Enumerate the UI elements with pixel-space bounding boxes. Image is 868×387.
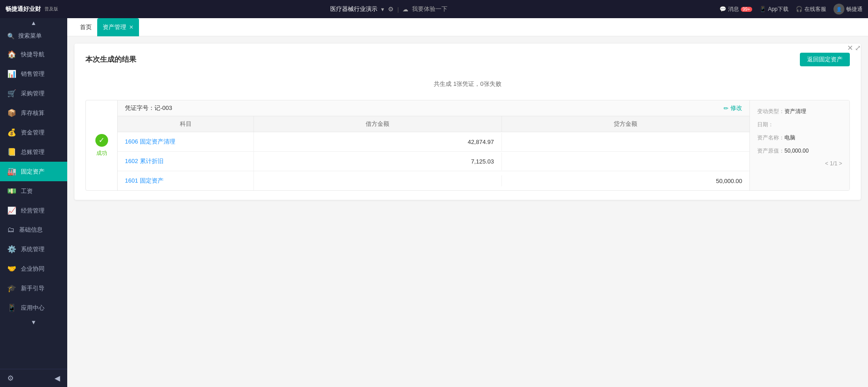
table-row: 1601 固定资产 50,000.00 <box>118 171 749 190</box>
collapse-sidebar-icon[interactable]: ◀ <box>55 374 60 382</box>
cloud-icon: ☁ <box>402 6 408 13</box>
result-panel: 本次生成的结果 返回固定资产 共生成 1张凭证，0张失败 ✓ 成功 凭证 <box>74 44 861 200</box>
home-icon: 🏠 <box>7 50 16 59</box>
tab-bar: 首页 资产管理 ✕ <box>67 18 868 36</box>
asset-name-value: 电脑 <box>784 134 795 142</box>
trial-separator: | <box>397 6 399 13</box>
sidebar-item-finance[interactable]: 💰 资金管理 <box>0 123 67 142</box>
voucher-status-column: ✓ 成功 <box>86 100 118 190</box>
sidebar-item-fixed-assets[interactable]: 🏭 固定资产 <box>0 162 67 181</box>
edition-badge: 普及版 <box>45 6 58 12</box>
debit-cell-2: 7,125.03 <box>254 153 502 170</box>
side-original-value: 资产原值： 50,000.00 <box>757 147 842 155</box>
asset-name-label: 资产名称： <box>757 134 784 142</box>
side-change-type: 变动类型： 资产清理 <box>757 108 842 115</box>
edit-voucher-button[interactable]: ✏ 修改 <box>724 104 742 112</box>
tab-home[interactable]: 首页 <box>74 18 97 36</box>
sidebar-item-system[interactable]: ⚙️ 系统管理 <box>0 239 67 259</box>
next-page-icon[interactable]: > <box>839 160 842 167</box>
sidebar-label-enterprise: 企业协同 <box>21 265 45 273</box>
sidebar: ▲ 🔍 搜索菜单 🏠 快捷导航 📊 销售管理 🛒 采购管理 📦 库存核算 💰 资… <box>0 18 67 387</box>
result-header: 本次生成的结果 返回固定资产 <box>85 53 850 66</box>
column-header-debit: 借方金额 <box>254 116 502 132</box>
app-download-label: App下载 <box>768 5 789 13</box>
side-date: 日期： <box>757 121 842 129</box>
online-service-label: 在线客服 <box>804 5 826 13</box>
original-value-label: 资产原值： <box>757 147 784 155</box>
sidebar-item-enterprise[interactable]: 🤝 企业协同 <box>0 259 67 278</box>
messages-label: 消息 <box>728 5 739 13</box>
voucher-main: 凭证字号：记-003 ✏ 修改 科目 借方金额 贷方金额 <box>118 100 749 190</box>
prev-page-icon[interactable]: < <box>825 160 828 167</box>
voucher-container: ✓ 成功 凭证字号：记-003 ✏ 修改 科目 <box>85 100 850 191</box>
close-panel-button[interactable]: ✕ <box>847 44 853 52</box>
tab-asset-mgmt[interactable]: 资产管理 ✕ <box>97 18 139 36</box>
messages-button[interactable]: 💬 消息 99+ <box>719 5 752 13</box>
sidebar-scroll-down[interactable]: ▼ <box>0 318 67 327</box>
ledger-icon: 📒 <box>7 148 16 156</box>
sidebar-item-basic-info[interactable]: 🗂 基础信息 <box>0 220 67 239</box>
app-center-icon: 📱 <box>7 303 16 312</box>
sidebar-label-basic-info: 基础信息 <box>19 226 43 234</box>
sidebar-item-operations[interactable]: 📈 经营管理 <box>0 201 67 220</box>
factory-icon: 🏭 <box>7 167 16 176</box>
panel-controls: ✕ ⤢ <box>847 44 861 52</box>
sidebar-label-quick-nav: 快捷导航 <box>21 50 45 59</box>
credit-cell-1 <box>502 136 750 147</box>
trial-button[interactable]: 我要体验一下 <box>412 5 447 13</box>
sidebar-item-inventory[interactable]: 📦 库存核算 <box>0 103 67 123</box>
purchase-icon: 🛒 <box>7 89 16 98</box>
sidebar-footer: ⚙ ◀ <box>0 369 67 387</box>
account-cell-2: 1602 累计折旧 <box>118 152 254 171</box>
sidebar-item-payroll[interactable]: 💵 工资 <box>0 181 67 201</box>
app-download-button[interactable]: 📱 App下载 <box>759 5 789 13</box>
inventory-icon: 📦 <box>7 109 16 117</box>
original-value-value: 50,000.00 <box>784 148 808 154</box>
chevron-down-icon[interactable]: ▾ <box>381 6 384 13</box>
credit-cell-3: 50,000.00 <box>502 172 750 190</box>
user-area[interactable]: 👤 畅捷通 <box>833 4 863 15</box>
table-row: 1602 累计折旧 7,125.03 <box>118 152 749 171</box>
avatar: 👤 <box>833 4 844 15</box>
sidebar-item-app-center[interactable]: 📱 应用中心 <box>0 298 67 318</box>
logo-text: 畅捷通好业财 <box>5 5 41 13</box>
sidebar-scroll-up[interactable]: ▲ <box>0 18 67 27</box>
sidebar-item-sales[interactable]: 📊 销售管理 <box>0 64 67 84</box>
sidebar-item-guide[interactable]: 🎓 新手引导 <box>0 278 67 298</box>
app-body: ▲ 🔍 搜索菜单 🏠 快捷导航 📊 销售管理 🛒 采购管理 📦 库存核算 💰 资… <box>0 18 868 387</box>
voucher-header-bar: 凭证字号：记-003 ✏ 修改 <box>118 100 749 116</box>
sidebar-label-finance: 资金管理 <box>21 129 45 137</box>
finance-icon: 💰 <box>7 128 16 137</box>
settings-footer-icon[interactable]: ⚙ <box>7 374 14 382</box>
user-icon: 👤 <box>836 7 842 12</box>
search-menu-item[interactable]: 🔍 搜索菜单 <box>0 27 67 45</box>
page-indicator: 1/1 <box>830 160 839 167</box>
sidebar-label-payroll: 工资 <box>21 187 33 195</box>
expand-panel-button[interactable]: ⤢ <box>855 44 861 52</box>
payroll-icon: 💵 <box>7 187 16 195</box>
online-service-button[interactable]: 🎧 在线客服 <box>796 5 826 13</box>
search-icon: 🔍 <box>7 33 15 40</box>
sidebar-label-ledger: 总账管理 <box>21 148 45 156</box>
gear-icon[interactable]: ⚙ <box>388 5 394 13</box>
guide-icon: 🎓 <box>7 284 16 293</box>
date-label: 日期： <box>757 121 784 129</box>
debit-cell-3 <box>254 175 502 186</box>
pagination[interactable]: < 1/1 > <box>757 160 842 167</box>
sidebar-label-app-center: 应用中心 <box>21 304 45 312</box>
app-icon: 📱 <box>759 6 766 12</box>
return-fixed-assets-button[interactable]: 返回固定资产 <box>800 53 850 66</box>
success-label: 成功 <box>96 149 107 157</box>
sidebar-item-quick-nav[interactable]: 🏠 快捷导航 <box>0 45 67 64</box>
company-name: 医疗器械行业演示 <box>330 5 377 13</box>
voucher-side-panel: 变动类型： 资产清理 日期： 资产名称： 电脑 资产原值： <box>749 100 849 190</box>
sidebar-item-ledger[interactable]: 📒 总账管理 <box>0 142 67 162</box>
sidebar-label-sales: 销售管理 <box>21 70 45 78</box>
page-title: 本次生成的结果 <box>85 55 136 64</box>
sidebar-item-purchase[interactable]: 🛒 采购管理 <box>0 84 67 103</box>
debit-cell-1: 42,874.97 <box>254 133 502 151</box>
search-menu-label: 搜索菜单 <box>18 32 42 40</box>
tab-close-icon[interactable]: ✕ <box>129 24 134 30</box>
messages-badge: 99+ <box>741 7 752 12</box>
system-icon: ⚙️ <box>7 245 16 253</box>
